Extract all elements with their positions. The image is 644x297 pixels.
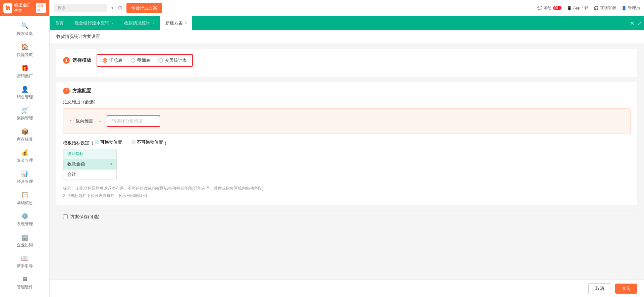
logo-icon: 畅 bbox=[3, 3, 12, 13]
operation-icon: 📊 bbox=[21, 170, 29, 178]
radio-dot-detail bbox=[130, 58, 135, 63]
sidebar-item-marketing[interactable]: 🎁 营销推广 bbox=[0, 61, 49, 82]
enterprise-icon: 🏢 bbox=[21, 234, 29, 241]
sidebar-item-guide[interactable]: 📖 新手引导 bbox=[0, 251, 49, 273]
sidebar-item-label: 企业协同 bbox=[17, 242, 33, 248]
dim-config-label: 汇总维度（必选） bbox=[63, 99, 631, 105]
tab-close-new-plan[interactable]: × bbox=[185, 21, 187, 25]
sidebar: 畅 畅捷通好生意 标准版 🔍 搜索菜单 🏠 快捷导航 🎁 营销推广 👤 销售管理… bbox=[0, 0, 50, 297]
query-button[interactable]: 查询 bbox=[615, 284, 637, 294]
sidebar-nav: 🔍 搜索菜单 🏠 快捷导航 🎁 营销推广 👤 销售管理 🛒 采购管理 📦 库存核… bbox=[0, 16, 49, 297]
section2-label: 方案配置 bbox=[72, 88, 91, 94]
radio-summary[interactable]: 汇总表 bbox=[103, 57, 122, 63]
metrics-body-cell: 合计 bbox=[63, 169, 116, 180]
sidebar-logo: 畅 畅捷通好生意 标准版 bbox=[0, 0, 49, 16]
section1-label: 选择模板 bbox=[72, 57, 91, 63]
sidebar-item-label: 库存核算 bbox=[17, 137, 33, 142]
sidebar-item-label: 基础信息 bbox=[17, 200, 33, 206]
sidebar-item-label: 资金管理 bbox=[17, 158, 33, 163]
notification-badge: 99+ bbox=[553, 6, 561, 10]
sidebar-item-label: 销售管理 bbox=[17, 94, 33, 100]
sidebar-item-sales[interactable]: 👤 销售管理 bbox=[0, 82, 49, 103]
fixed-dot bbox=[131, 140, 136, 144]
trial-button[interactable]: 体验行业方案 bbox=[126, 3, 162, 13]
tab-new-plan[interactable]: 新建方案 × bbox=[160, 16, 192, 30]
sales-icon: 👤 bbox=[21, 86, 29, 93]
required-marker: * bbox=[70, 119, 72, 123]
sidebar-item-label: 智能硬件 bbox=[17, 284, 33, 290]
radio-dot-cross bbox=[158, 58, 163, 63]
sidebar-item-enterprise[interactable]: 🏢 企业协同 bbox=[0, 230, 49, 251]
dim-row: * 纵向维度 → 请选择分组维度 bbox=[70, 115, 624, 127]
topbar-dropdown-arrow[interactable]: ▾ bbox=[111, 5, 114, 10]
section1-block: 1 选择模板 汇总表 明细表 交叉统计表 bbox=[56, 49, 637, 77]
tab-home[interactable]: 首页 bbox=[50, 16, 69, 30]
service-label: 在线客服 bbox=[600, 5, 616, 11]
notification-label: 消息 bbox=[544, 5, 552, 11]
tab-bank-flow[interactable]: 现金银行流水查询 × bbox=[69, 16, 119, 30]
radio-detail[interactable]: 明细表 bbox=[130, 57, 150, 63]
sidebar-item-system[interactable]: ⚙️ 系统管理 bbox=[0, 209, 49, 230]
page-header: 收款情况统计方案设置 bbox=[50, 30, 644, 43]
metrics-chevron-icon: ▾ bbox=[110, 162, 112, 166]
notification-item[interactable]: 💬 消息 99+ bbox=[537, 5, 561, 11]
marketing-icon: 🎁 bbox=[21, 64, 29, 72]
sidebar-item-wechat[interactable]: 💬 企业微信 bbox=[0, 293, 49, 297]
sidebar-item-finance[interactable]: 💰 资金管理 bbox=[0, 146, 49, 167]
sidebar-item-quick-nav[interactable]: 🏠 快捷导航 bbox=[0, 40, 49, 61]
tip-1: 提示： 1.拖动标题栏可以调整布局，不可跨维度或指标区域拖动栏目字段(只能在同一… bbox=[63, 185, 631, 192]
sidebar-item-inventory[interactable]: 📦 库存核算 bbox=[0, 125, 49, 146]
radio-dot-summary bbox=[103, 58, 107, 63]
tab-close-collection-stat[interactable]: × bbox=[152, 21, 154, 25]
sidebar-item-label: 采购管理 bbox=[17, 115, 33, 121]
dim-area: * 纵向维度 → 请选择分组维度 bbox=[63, 108, 631, 134]
notification-icon: 💬 bbox=[537, 6, 542, 10]
dim-arrow: → bbox=[97, 118, 103, 124]
sidebar-item-label: 营销推广 bbox=[17, 73, 33, 79]
cancel-button[interactable]: 取消 bbox=[588, 283, 611, 294]
tabbar: 首页 现金银行流水查询 × 收款情况统计 × 新建方案 × ✕ ⤢ bbox=[50, 16, 644, 30]
logo-text: 畅捷通好生意 bbox=[14, 3, 34, 13]
sidebar-item-basic-info[interactable]: 📋 基础信息 bbox=[0, 188, 49, 209]
sidebar-item-purchase[interactable]: 🛒 采购管理 bbox=[0, 103, 49, 125]
tab-close-all-btn[interactable]: ✕ bbox=[630, 20, 634, 27]
sidebar-item-label: 快捷导航 bbox=[17, 52, 33, 58]
sidebar-item-label: 搜索菜单 bbox=[17, 31, 33, 37]
page-footer: 方案保存(可选) bbox=[56, 210, 637, 223]
sidebar-item-operation[interactable]: 📊 经营管理 bbox=[0, 167, 49, 188]
section2-num: 2 bbox=[63, 88, 70, 94]
service-icon: 🎧 bbox=[594, 6, 599, 10]
dim-select[interactable]: 请选择分组维度 bbox=[107, 115, 160, 127]
download-item[interactable]: 📱 App下载 bbox=[567, 5, 588, 11]
topbar: 搜索 ▾ ⚙ 体验行业方案 💬 消息 99+ 📱 App下载 🎧 在线客服 👤 … bbox=[50, 0, 644, 16]
guide-icon: 📖 bbox=[21, 255, 29, 262]
page-body: 1 选择模板 汇总表 明细表 交叉统计表 bbox=[50, 43, 644, 280]
tab-close-bank-flow[interactable]: × bbox=[111, 21, 113, 25]
system-icon: ⚙️ bbox=[21, 212, 29, 220]
service-item[interactable]: 🎧 在线客服 bbox=[594, 5, 616, 11]
save-checkbox[interactable] bbox=[63, 214, 68, 219]
radio-cross[interactable]: 交叉统计表 bbox=[158, 57, 187, 63]
metrics-header-cell[interactable]: 收款金额 ▾ bbox=[63, 159, 116, 169]
user-item[interactable]: 👤 管理员 bbox=[622, 5, 640, 11]
section2-block: 2 方案配置 汇总维度（必选） * 纵向维度 → 请选择分组维度 模板指标设定（ bbox=[56, 82, 637, 205]
metrics-config-row: 模板指标设定（ 可拖动位置 不可拖动位置 ） bbox=[63, 139, 631, 146]
download-label: App下载 bbox=[573, 5, 588, 11]
tabbar-actions: ✕ ⤢ bbox=[630, 20, 644, 27]
draggable-legend: 可拖动位置 bbox=[95, 139, 122, 145]
user-name: 管理员 bbox=[628, 5, 640, 11]
logo-badge: 标准版 bbox=[36, 3, 46, 13]
radio-group-template: 汇总表 明细表 交叉统计表 bbox=[97, 54, 193, 67]
topbar-gear-icon[interactable]: ⚙ bbox=[118, 5, 122, 11]
finance-icon: 💰 bbox=[21, 149, 29, 156]
inventory-icon: 📦 bbox=[21, 128, 29, 135]
vertical-dim-label: 纵向维度 bbox=[76, 118, 93, 124]
content-area: 收款情况统计方案设置 1 选择模板 汇总表 明细表 bbox=[50, 30, 644, 280]
sidebar-item-hardware[interactable]: 🖥 智能硬件 bbox=[0, 273, 49, 293]
fixed-label: 不可拖动位置 bbox=[137, 139, 163, 145]
tab-expand-btn[interactable]: ⤢ bbox=[637, 20, 641, 27]
sidebar-item-search-menu[interactable]: 🔍 搜索菜单 bbox=[0, 19, 49, 40]
tab-collection-stat[interactable]: 收款情况统计 × bbox=[119, 16, 160, 30]
sidebar-item-label: 系统管理 bbox=[17, 221, 33, 227]
radio-label-summary: 汇总表 bbox=[109, 57, 122, 63]
